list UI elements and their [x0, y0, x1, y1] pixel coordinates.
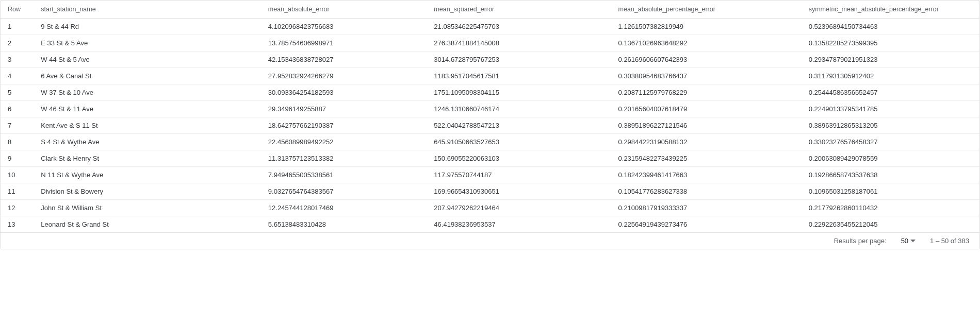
- cell-row: 8: [1, 134, 34, 150]
- cell-mean_absolute_percentage_error: 0.29844223190588132: [611, 134, 802, 150]
- cell-mean_absolute_percentage_error: 0.18242399461417663: [611, 167, 802, 183]
- results-table: Row start_station_name mean_absolute_err…: [1, 1, 979, 233]
- table-row[interactable]: 6W 46 St & 11 Ave29.34961492558871246.13…: [1, 101, 979, 117]
- col-header-mse[interactable]: mean_squared_error: [427, 1, 611, 19]
- table-row[interactable]: 46 Ave & Canal St27.9528329242662791183.…: [1, 68, 979, 84]
- results-per-page-value: 50: [901, 237, 908, 245]
- cell-mean_squared_error: 1246.1310660746174: [427, 101, 611, 117]
- cell-mean_absolute_percentage_error: 0.30380954683766437: [611, 68, 802, 84]
- table-pagination-footer: Results per page: 50 1 – 50 of 383: [1, 233, 979, 249]
- cell-start_station_name: 6 Ave & Canal St: [34, 68, 261, 84]
- cell-mean_absolute_error: 18.642757662190387: [261, 117, 427, 134]
- cell-row: 13: [1, 216, 34, 233]
- cell-start_station_name: S 4 St & Wythe Ave: [34, 134, 261, 150]
- cell-mean_squared_error: 169.96654310930651: [427, 183, 611, 200]
- cell-symmetric_mean_absolute_percentage_error: 0.20063089429078559: [802, 150, 979, 167]
- table-row[interactable]: 10N 11 St & Wythe Ave7.94946550053385611…: [1, 167, 979, 183]
- cell-mean_absolute_percentage_error: 0.26169606607642393: [611, 52, 802, 68]
- cell-mean_absolute_error: 42.153436838728027: [261, 52, 427, 68]
- cell-mean_absolute_error: 22.456089989492252: [261, 134, 427, 150]
- cell-mean_absolute_error: 27.952832924266279: [261, 68, 427, 84]
- table-row[interactable]: 5W 37 St & 10 Ave30.0933642541825931751.…: [1, 84, 979, 101]
- cell-start_station_name: Kent Ave & S 11 St: [34, 117, 261, 134]
- cell-mean_squared_error: 46.41938236953537: [427, 216, 611, 233]
- cell-start_station_name: W 37 St & 10 Ave: [34, 84, 261, 101]
- col-header-mape[interactable]: mean_absolute_percentage_error: [611, 1, 802, 19]
- cell-row: 11: [1, 183, 34, 200]
- cell-mean_squared_error: 1751.1095098304115: [427, 84, 611, 101]
- cell-mean_absolute_percentage_error: 0.21009817919333337: [611, 200, 802, 216]
- cell-mean_squared_error: 150.69055220063103: [427, 150, 611, 167]
- cell-row: 9: [1, 150, 34, 167]
- table-row[interactable]: 13Leonard St & Grand St5.651384833104284…: [1, 216, 979, 233]
- cell-mean_absolute_error: 11.313757123513382: [261, 150, 427, 167]
- cell-mean_absolute_percentage_error: 0.22564919439273476: [611, 216, 802, 233]
- cell-mean_absolute_error: 12.245744128017469: [261, 200, 427, 216]
- cell-symmetric_mean_absolute_percentage_error: 0.22922635455212045: [802, 216, 979, 233]
- cell-symmetric_mean_absolute_percentage_error: 0.19286658743537638: [802, 167, 979, 183]
- col-header-mae[interactable]: mean_absolute_error: [261, 1, 427, 19]
- cell-mean_absolute_percentage_error: 0.38951896227121546: [611, 117, 802, 134]
- results-table-container: Row start_station_name mean_absolute_err…: [0, 0, 980, 249]
- cell-symmetric_mean_absolute_percentage_error: 0.25444586356552457: [802, 84, 979, 101]
- table-row[interactable]: 8S 4 St & Wythe Ave22.456089989492252645…: [1, 134, 979, 150]
- cell-row: 10: [1, 167, 34, 183]
- cell-start_station_name: John St & William St: [34, 200, 261, 216]
- cell-symmetric_mean_absolute_percentage_error: 0.22490133795341785: [802, 101, 979, 117]
- cell-start_station_name: N 11 St & Wythe Ave: [34, 167, 261, 183]
- cell-start_station_name: Leonard St & Grand St: [34, 216, 261, 233]
- cell-mean_squared_error: 522.04042788547213: [427, 117, 611, 134]
- cell-mean_absolute_error: 29.3496149255887: [261, 101, 427, 117]
- cell-start_station_name: W 44 St & 5 Ave: [34, 52, 261, 68]
- table-row[interactable]: 3W 44 St & 5 Ave42.1534368387280273014.6…: [1, 52, 979, 68]
- table-row[interactable]: 12John St & William St12.245744128017469…: [1, 200, 979, 216]
- cell-start_station_name: W 46 St & 11 Ave: [34, 101, 261, 117]
- cell-mean_absolute_error: 4.1020968423756683: [261, 19, 427, 35]
- cell-symmetric_mean_absolute_percentage_error: 0.38963912865313205: [802, 117, 979, 134]
- results-per-page-label: Results per page:: [834, 237, 887, 245]
- cell-row: 4: [1, 68, 34, 84]
- cell-mean_absolute_percentage_error: 0.20165604007618479: [611, 101, 802, 117]
- col-header-row[interactable]: Row: [1, 1, 34, 19]
- cell-row: 12: [1, 200, 34, 216]
- cell-mean_absolute_error: 9.0327654764383567: [261, 183, 427, 200]
- cell-start_station_name: Division St & Bowery: [34, 183, 261, 200]
- cell-mean_absolute_error: 7.9494655005338561: [261, 167, 427, 183]
- cell-symmetric_mean_absolute_percentage_error: 0.29347879021951323: [802, 52, 979, 68]
- cell-mean_absolute_percentage_error: 0.10541776283627338: [611, 183, 802, 200]
- cell-mean_squared_error: 1183.9517045617581: [427, 68, 611, 84]
- cell-symmetric_mean_absolute_percentage_error: 0.13582285273599395: [802, 35, 979, 52]
- cell-symmetric_mean_absolute_percentage_error: 0.52396894150734463: [802, 19, 979, 35]
- cell-mean_squared_error: 645.91050663527653: [427, 134, 611, 150]
- table-row[interactable]: 2E 33 St & 5 Ave13.785754606998971276.38…: [1, 35, 979, 52]
- cell-row: 3: [1, 52, 34, 68]
- cell-row: 2: [1, 35, 34, 52]
- cell-mean_absolute_percentage_error: 0.13671026963648292: [611, 35, 802, 52]
- cell-symmetric_mean_absolute_percentage_error: 0.10965031258187061: [802, 183, 979, 200]
- cell-mean_absolute_error: 13.785754606998971: [261, 35, 427, 52]
- cell-mean_squared_error: 117.975570744187: [427, 167, 611, 183]
- table-row[interactable]: 19 St & 44 Rd4.102096842375668321.085346…: [1, 19, 979, 35]
- cell-mean_absolute_error: 30.093364254182593: [261, 84, 427, 101]
- cell-mean_absolute_percentage_error: 0.23159482273439225: [611, 150, 802, 167]
- cell-start_station_name: E 33 St & 5 Ave: [34, 35, 261, 52]
- cell-start_station_name: Clark St & Henry St: [34, 150, 261, 167]
- table-row[interactable]: 11Division St & Bowery9.0327654764383567…: [1, 183, 979, 200]
- col-header-smape[interactable]: symmetric_mean_absolute_percentage_error: [802, 1, 979, 19]
- cell-symmetric_mean_absolute_percentage_error: 0.21779262860110432: [802, 200, 979, 216]
- pagination-range: 1 – 50 of 383: [930, 237, 969, 245]
- col-header-start-station-name[interactable]: start_station_name: [34, 1, 261, 19]
- cell-row: 7: [1, 117, 34, 134]
- cell-mean_squared_error: 207.94279262219464: [427, 200, 611, 216]
- cell-row: 6: [1, 101, 34, 117]
- cell-symmetric_mean_absolute_percentage_error: 0.33023276576458327: [802, 134, 979, 150]
- cell-mean_absolute_percentage_error: 0.20871125979768229: [611, 84, 802, 101]
- cell-mean_absolute_percentage_error: 1.1261507382819949: [611, 19, 802, 35]
- cell-start_station_name: 9 St & 44 Rd: [34, 19, 261, 35]
- results-per-page-select[interactable]: 50: [901, 237, 916, 245]
- cell-mean_absolute_error: 5.65138483310428: [261, 216, 427, 233]
- table-row[interactable]: 9Clark St & Henry St11.31375712351338215…: [1, 150, 979, 167]
- table-row[interactable]: 7Kent Ave & S 11 St18.642757662190387522…: [1, 117, 979, 134]
- dropdown-caret-icon: [910, 240, 916, 242]
- cell-symmetric_mean_absolute_percentage_error: 0.3117931305912402: [802, 68, 979, 84]
